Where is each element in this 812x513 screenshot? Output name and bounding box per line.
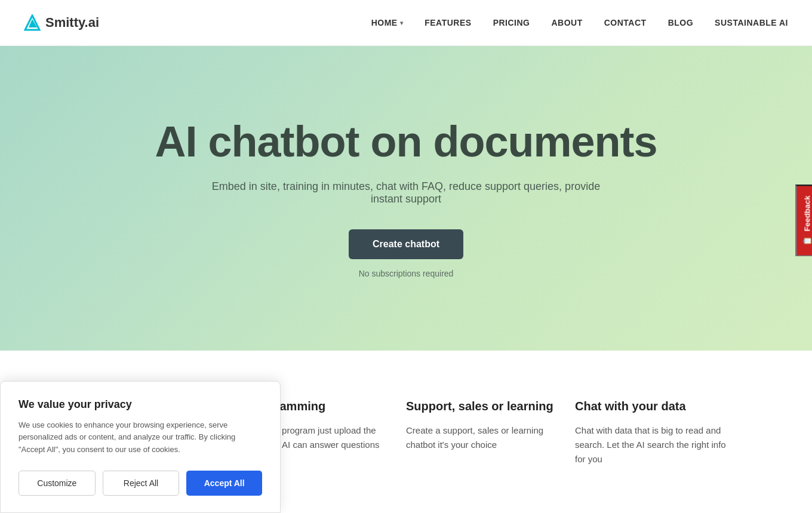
customize-button[interactable]: Customize	[19, 471, 96, 496]
chevron-down-icon: ▾	[400, 20, 404, 26]
hero-note: No subscriptions required	[359, 269, 454, 278]
logo-text: Smitty.ai	[45, 15, 99, 30]
cookie-description: We use cookies to enhance your browsing …	[19, 419, 262, 456]
cookie-banner: We value your privacy We use cookies to …	[0, 381, 281, 513]
feedback-wrapper: 📋 Feedback	[796, 185, 812, 257]
feature-chat-data: Chat with your data Chat with data that …	[575, 386, 744, 478]
nav-link-about[interactable]: ABOUT	[551, 18, 582, 27]
nav-link-blog[interactable]: BLOG	[668, 18, 693, 27]
cookie-title: We value your privacy	[19, 398, 262, 411]
feature-support-sales-title: Support, sales or learning	[406, 398, 557, 414]
feature-support-sales-desc: Create a support, sales or learning chat…	[406, 423, 557, 452]
nav-links: HOME ▾ FEATURES PRICING ABOUT CONTACT BL…	[371, 18, 788, 27]
hero-title: AI chatbot on documents	[155, 118, 657, 165]
nav-link-home[interactable]: HOME ▾	[371, 18, 404, 27]
nav-link-features[interactable]: FEATURES	[425, 18, 471, 27]
hero-subtitle: Embed in site, training in minutes, chat…	[197, 180, 615, 205]
feedback-icon: 📋	[803, 236, 812, 245]
reject-all-button[interactable]: Reject All	[103, 471, 180, 496]
nav-link-sustainable-ai[interactable]: SUSTAINABLE AI	[715, 18, 788, 27]
cookie-buttons: Customize Reject All Accept All	[19, 471, 262, 496]
navbar: Smitty.ai HOME ▾ FEATURES PRICING ABOUT …	[0, 0, 812, 46]
logo-icon	[24, 14, 41, 31]
feedback-button[interactable]: 📋 Feedback	[796, 185, 812, 257]
create-chatbot-button[interactable]: Create chatbot	[349, 229, 463, 259]
feature-chat-data-desc: Chat with data that is big to read and s…	[575, 423, 726, 466]
logo-area[interactable]: Smitty.ai	[24, 14, 99, 31]
feedback-label: Feedback	[803, 196, 812, 232]
nav-link-contact[interactable]: CONTACT	[604, 18, 647, 27]
nav-link-pricing[interactable]: PRICING	[493, 18, 530, 27]
accept-all-button[interactable]: Accept All	[186, 471, 262, 496]
feature-support-sales: Support, sales or learning Create a supp…	[406, 386, 575, 478]
hero-section: AI chatbot on documents Embed in site, t…	[0, 46, 812, 351]
feature-chat-data-title: Chat with your data	[575, 398, 726, 414]
